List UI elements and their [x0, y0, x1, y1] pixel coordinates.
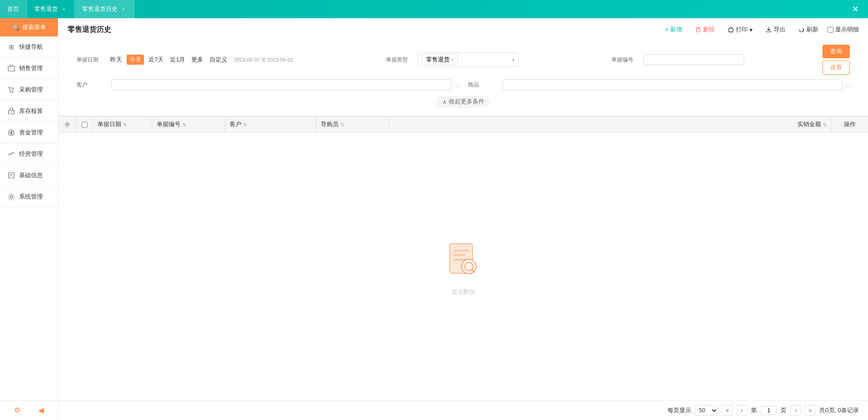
page-number-input[interactable]	[760, 406, 777, 415]
sidebar: 🔍 搜索菜单 ⊞ 快捷导航 销售管理 采购管理	[0, 18, 58, 420]
sidebar-item-finance-label: 资金管理	[19, 128, 43, 137]
tab-retail-return-history[interactable]: 零售退货历史 ×	[75, 0, 134, 18]
doc-type-tag-value: 零售退货	[426, 56, 450, 64]
page-title-row: 零售退货历史 + 新增 删除 打印 ▾ 导出	[67, 24, 859, 40]
customer-input[interactable]	[111, 79, 451, 90]
select-all-input[interactable]	[82, 122, 87, 128]
th-guide-sort: ⇅	[340, 122, 344, 127]
date-today[interactable]: 今天	[127, 55, 144, 65]
tab-home[interactable]: 首页	[0, 0, 27, 18]
sidebar-item-quick-nav-label: 快捷导航	[19, 43, 43, 51]
sidebar-settings-icon[interactable]: ⚙	[14, 406, 21, 415]
show-detail-checkbox-label[interactable]: 显示明细	[827, 26, 859, 34]
per-page-select[interactable]: 10 20 50 100	[695, 405, 718, 415]
collapse-filter-button[interactable]: ∧ 收起更多条件	[437, 96, 490, 108]
query-button[interactable]: 查询	[822, 45, 850, 58]
doc-no-input[interactable]	[643, 54, 744, 65]
doc-type-select[interactable]: 零售退货 × ▾	[418, 52, 519, 67]
th-customer[interactable]: 客户 ⇅	[225, 117, 316, 132]
per-page-label: 每页显示	[668, 406, 691, 415]
table-area: 单据日期 ⇅ 单据编号 ⇅ 客户 ⇅ 导购员 ⇅ 实销金额 ⇅	[58, 116, 868, 400]
purchase-icon	[7, 86, 15, 94]
next-page-button[interactable]: ›	[790, 405, 801, 416]
th-amount[interactable]: 实销金额 ⇅	[389, 117, 832, 132]
th-amount-sort: ⇅	[823, 122, 827, 127]
sidebar-item-quick-nav[interactable]: ⊞ 快捷导航	[0, 36, 58, 58]
sidebar-item-finance[interactable]: 资金管理	[0, 122, 58, 143]
date-more[interactable]: 更多	[190, 55, 205, 65]
show-detail-checkbox[interactable]	[827, 27, 833, 33]
empty-illustration	[441, 237, 486, 282]
svg-point-9	[67, 123, 68, 125]
print-button[interactable]: 打印 ▾	[724, 24, 756, 36]
table-select-all-checkbox[interactable]	[77, 117, 93, 132]
th-amount-label: 实销金额	[797, 120, 821, 128]
last-page-button[interactable]: »	[805, 405, 816, 416]
sales-icon	[7, 64, 15, 72]
th-date[interactable]: 单据日期 ⇅	[93, 117, 152, 132]
table-settings-icon	[64, 121, 71, 128]
doc-no-filter-label: 单据编号	[611, 56, 643, 64]
sidebar-item-purchase[interactable]: 采购管理	[0, 79, 58, 101]
export-button[interactable]: 导出	[762, 24, 789, 36]
export-icon	[765, 26, 772, 33]
refresh-label: 刷新	[806, 26, 818, 34]
sidebar-search-label: 搜索菜单	[22, 23, 46, 31]
filter-area: 单据日期 昨天 今天 近7天 近1月 更多 自定义 2023-06-02 至 2…	[67, 40, 859, 116]
th-action: 操作	[832, 117, 868, 132]
quick-nav-icon: ⊞	[7, 43, 15, 51]
tab-list: 首页 零售退货 × 零售退货历史 ×	[0, 0, 843, 18]
show-detail-text: 显示明细	[835, 26, 859, 34]
print-icon	[728, 26, 734, 33]
sidebar-item-system[interactable]: 系统管理	[0, 186, 58, 208]
prev-page-icon: ‹	[741, 407, 743, 414]
date-1month[interactable]: 近1月	[168, 55, 187, 65]
sidebar-item-operations[interactable]: 经营管理	[0, 143, 58, 165]
th-order-sort: ⇅	[182, 122, 186, 127]
date-7days[interactable]: 近7天	[147, 55, 165, 65]
first-page-icon: «	[726, 407, 729, 414]
svg-rect-12	[453, 254, 465, 256]
goods-input[interactable]	[503, 79, 842, 90]
th-order[interactable]: 单据编号 ⇅	[152, 117, 225, 132]
sidebar-item-basic-info[interactable]: 基础信息	[0, 165, 58, 186]
inventory-icon	[7, 107, 15, 115]
tab-retail-return-history-close[interactable]: ×	[120, 6, 127, 12]
tab-retail-return[interactable]: 零售退货 ×	[27, 0, 75, 18]
svg-rect-11	[453, 250, 469, 251]
th-guide[interactable]: 导购员 ⇅	[316, 117, 389, 132]
sidebar-item-purchase-label: 采购管理	[19, 86, 43, 94]
table-settings-button[interactable]	[58, 117, 77, 132]
sidebar-collapse-icon[interactable]: ◀	[38, 406, 44, 415]
sidebar-item-inventory[interactable]: 库存核算	[0, 101, 58, 122]
sidebar-search[interactable]: 🔍 搜索菜单	[0, 18, 58, 36]
refresh-icon	[798, 26, 805, 33]
svg-rect-6	[9, 173, 14, 178]
date-yesterday[interactable]: 昨天	[108, 55, 124, 65]
total-records: 共0页, 0条记录	[819, 406, 859, 415]
filter-col-customer: 客户 ...	[77, 79, 459, 90]
th-order-label: 单据编号	[157, 120, 180, 128]
goods-ellipsis: ...	[845, 82, 850, 88]
search-icon: 🔍	[12, 24, 20, 31]
sidebar-item-inventory-label: 库存核算	[19, 107, 43, 115]
sidebar-item-sales[interactable]: 销售管理	[0, 58, 58, 79]
sidebar-menu: ⊞ 快捷导航 销售管理 采购管理 库存核算	[0, 36, 58, 400]
delete-button[interactable]: 删除	[691, 24, 719, 36]
first-page-button[interactable]: «	[722, 405, 733, 416]
settings-button[interactable]: 设置	[822, 60, 850, 75]
add-button[interactable]: + 新增	[662, 24, 686, 36]
window-close-button[interactable]: ✕	[850, 4, 861, 14]
sidebar-item-operations-label: 经营管理	[19, 150, 43, 158]
doc-type-tag-close[interactable]: ×	[452, 57, 454, 62]
system-icon	[7, 193, 15, 201]
doc-type-tag: 零售退货 ×	[422, 54, 458, 65]
date-custom[interactable]: 自定义	[208, 55, 229, 65]
refresh-button[interactable]: 刷新	[795, 24, 822, 36]
tab-retail-return-close[interactable]: ×	[61, 6, 67, 12]
prev-page-button[interactable]: ‹	[736, 405, 747, 416]
table-header: 单据日期 ⇅ 单据编号 ⇅ 客户 ⇅ 导购员 ⇅ 实销金额 ⇅	[58, 116, 868, 133]
operations-icon	[7, 150, 15, 158]
customer-filter-label: 客户	[77, 81, 108, 89]
goods-filter-label: 商品	[468, 81, 500, 89]
